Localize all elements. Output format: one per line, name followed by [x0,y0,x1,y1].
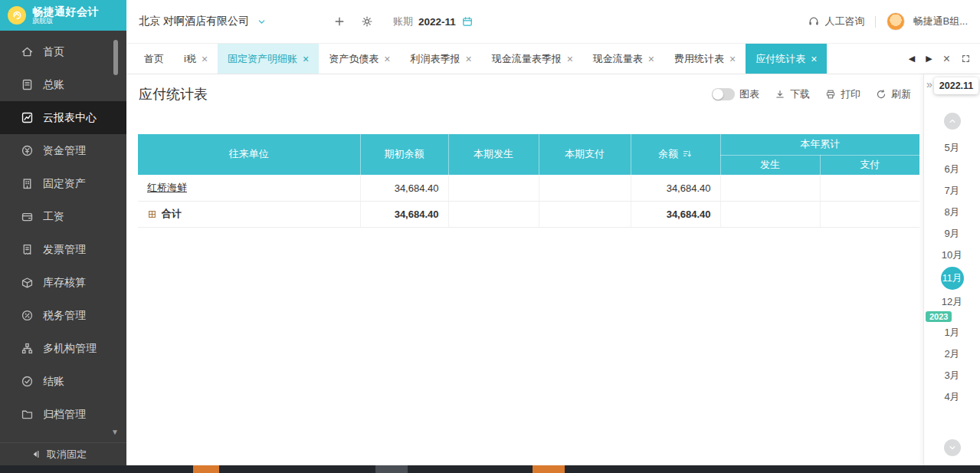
tab-itax[interactable]: i税× [174,44,218,74]
month-item-april[interactable]: 4月 [944,389,959,404]
cell-balance: 34,684.40 [631,175,720,201]
month-item-october[interactable]: 10月 [942,248,962,262]
sidebar-item-cloud-report-center[interactable]: 云报表中心 [0,101,126,134]
table-total-row: 合计 34,684.40 34,684.40 [138,201,919,227]
tab-payables-statistics[interactable]: 应付统计表× [746,44,827,74]
collapse-panel-icon[interactable]: » [926,77,932,91]
sidebar-item-archive[interactable]: 归档管理 [0,398,126,431]
fullscreen-icon[interactable] [961,54,971,64]
tab-cashflow[interactable]: 现金流量表× [583,44,664,74]
app-logo-icon [8,6,26,25]
taskbar-app-segment[interactable] [375,465,408,473]
sidebar-item-label: 资金管理 [43,144,86,158]
sidebar-item-label: 总账 [43,78,64,92]
calendar-icon[interactable] [461,15,474,28]
period-value[interactable]: 2022-11 [418,16,456,28]
tab-home[interactable]: 首页 [134,44,174,74]
sidebar-item-fixed-assets[interactable]: 固定资产 [0,167,126,200]
sidebar-item-multi-org[interactable]: 多机构管理 [0,332,126,365]
sidebar-item-salary[interactable]: 工资 [0,200,126,233]
cell-total-opening: 34,684.40 [360,201,448,227]
sidebar-item-label: 税务管理 [43,309,86,323]
unpin-sidebar-button[interactable]: 取消固定 [0,442,126,465]
month-item-march[interactable]: 3月 [944,368,959,383]
tab-close-icon[interactable]: × [202,54,208,64]
scroll-months-up-button[interactable] [944,113,961,130]
chart-view-toggle[interactable]: 图表 [712,87,759,101]
month-item-may[interactable]: 5月 [944,140,959,155]
balance-header-label: 余额 [658,147,678,161]
month-item-february[interactable]: 2月 [944,347,959,361]
month-item-july[interactable]: 7月 [944,183,959,198]
tab-close-icon[interactable]: × [811,54,817,64]
col-header-ytd-occurred: 发生 [720,155,820,175]
unpin-label: 取消固定 [47,448,87,462]
payables-statistics-table: 往来单位 期初余额 本期发生 本期支付 余额 本年累计 发生 支付 [138,134,919,228]
tab-scroll-right-icon[interactable]: ▶ [926,54,932,64]
period-selector-panel: » 2022.11 5月 6月 7月 8月 9月 10月 11月 12月 202… [923,74,980,465]
tab-income-statement-quarterly[interactable]: 利润表季报× [400,44,481,74]
sidebar-item-invoices[interactable]: 发票管理 [0,233,126,266]
tab-close-icon[interactable]: × [465,54,471,64]
scroll-down-icon[interactable]: ▼ [111,429,119,436]
sidebar-item-home[interactable]: 首页 [0,35,126,68]
pin-icon [31,449,41,459]
cell-unit: 红桥海鲜 [138,175,360,201]
refresh-button[interactable]: 刷新 [876,87,911,101]
settings-button[interactable] [361,15,373,28]
tab-expense-statistics[interactable]: 费用统计表× [664,44,746,74]
print-button[interactable]: 打印 [825,87,860,101]
unit-link[interactable]: 红桥海鲜 [147,182,187,193]
tab-close-icon[interactable]: × [648,54,654,64]
tab-cashflow-quarterly[interactable]: 现金流量表季报× [482,44,583,74]
toggle-switch[interactable] [712,88,735,100]
add-button[interactable] [333,15,346,28]
download-button[interactable]: 下载 [775,87,810,101]
sidebar-item-funds[interactable]: 资金管理 [0,134,126,167]
month-item-january[interactable]: 1月 [944,325,959,340]
tab-close-icon[interactable]: × [567,54,573,64]
tab-balance-sheet[interactable]: 资产负债表× [319,44,400,74]
print-label: 打印 [841,87,860,101]
headset-icon [808,15,820,28]
tab-scroll-left-icon[interactable]: ◀ [909,54,915,64]
tab-close-icon[interactable]: × [729,54,736,64]
manual-consult-button[interactable]: 人工咨询 [808,15,864,28]
user-avatar[interactable] [887,12,905,31]
sort-descending-icon[interactable] [682,149,693,159]
month-item-august[interactable]: 8月 [944,205,959,219]
col-header-current-paid: 本期支付 [539,134,631,175]
month-item-december[interactable]: 12月 [942,294,962,309]
sidebar-item-tax[interactable]: 税务管理 [0,299,126,332]
sidebar-item-label: 结账 [43,375,64,389]
sidebar-item-closing[interactable]: 结账 [0,365,126,398]
scroll-months-down-button[interactable] [944,439,961,456]
company-selector[interactable]: 北京 对啊酒店有限公司 [139,15,323,28]
month-item-november-active[interactable]: 11月 [941,267,964,290]
app-title: 畅捷通好会计 [32,6,99,18]
month-item-september[interactable]: 9月 [944,226,959,241]
cell-total-label: 合计 [138,201,360,227]
printer-icon [825,89,836,100]
cell-ytd-occurred [720,175,820,201]
taskbar-app-segment[interactable] [193,465,219,473]
sidebar-scrollbar[interactable]: ▼ [113,35,118,438]
box-icon [21,276,34,289]
month-item-june[interactable]: 6月 [944,162,959,176]
tab-close-icon[interactable]: × [384,54,390,64]
tab-close-icon[interactable]: × [303,54,309,64]
tab-label: 应付统计表 [755,52,805,66]
sidebar: 畅捷通好会计 旗舰版 首页 总账 云报表中心 资金管理 固定资产 工资 发票管理… [0,0,126,465]
chart-toggle-label: 图表 [739,87,759,101]
sidebar-item-label: 归档管理 [43,408,86,422]
sidebar-item-general-ledger[interactable]: 总账 [0,68,126,101]
scrollbar-thumb[interactable] [113,40,118,75]
taskbar-app-segment[interactable] [533,465,565,473]
tab-fixed-asset-ledger[interactable]: 固定资产明细账× [218,44,319,74]
close-all-tabs-icon[interactable]: × [943,53,950,65]
month-list: 5月 6月 7月 8月 9月 10月 11月 12月 2023 1月 2月 3月… [924,140,980,404]
app-logo-text: 畅捷通好会计 旗舰版 [32,6,99,25]
sidebar-item-label: 工资 [43,210,64,224]
sidebar-item-inventory[interactable]: 库存核算 [0,266,126,299]
user-name[interactable]: 畅捷通B组... [913,15,968,28]
